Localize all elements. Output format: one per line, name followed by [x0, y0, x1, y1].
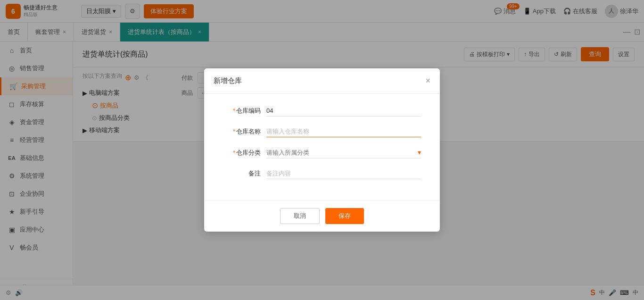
warehouse-name-label: 仓库名称	[223, 127, 261, 136]
warehouse-category-select[interactable]: ▾	[266, 147, 421, 158]
modal-footer: 取消 保存	[204, 200, 440, 232]
remarks-row: 备注	[223, 168, 421, 179]
category-dropdown-icon[interactable]: ▾	[418, 149, 421, 156]
warehouse-code-input[interactable]	[266, 105, 421, 117]
modal-header: 新增仓库 ×	[204, 68, 440, 94]
warehouse-name-row: 仓库名称	[223, 126, 421, 137]
save-button[interactable]: 保存	[325, 208, 364, 224]
warehouse-category-row: 仓库分类 ▾	[223, 147, 421, 158]
warehouse-category-label: 仓库分类	[223, 149, 261, 157]
remarks-input[interactable]	[266, 168, 421, 179]
warehouse-name-input[interactable]	[266, 126, 421, 137]
modal-title: 新增仓库	[214, 76, 242, 85]
modal-body: 仓库编码 仓库名称 仓库分类 ▾ 备注	[204, 94, 440, 200]
warehouse-code-row: 仓库编码	[223, 105, 421, 117]
modal-overlay: 新增仓库 × 仓库编码 仓库名称 仓库分类 ▾	[0, 0, 644, 300]
warehouse-code-label: 仓库编码	[223, 107, 261, 115]
cancel-button[interactable]: 取消	[280, 208, 320, 224]
add-warehouse-modal: 新增仓库 × 仓库编码 仓库名称 仓库分类 ▾	[204, 68, 440, 232]
modal-close-icon[interactable]: ×	[425, 76, 430, 86]
warehouse-category-input[interactable]	[266, 149, 418, 156]
remarks-label: 备注	[223, 169, 261, 178]
